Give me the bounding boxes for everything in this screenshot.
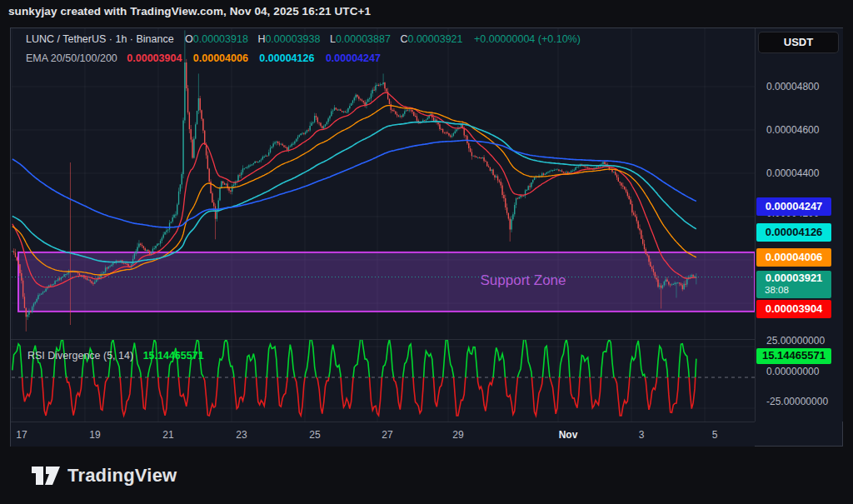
axis-tick-label: 0.00004800 [766, 81, 819, 92]
ema-indicator-label: EMA 20/50/100/200 [26, 52, 117, 64]
price-axis-value-label: 15.14465571 [756, 348, 831, 364]
chart-frame: Support Zone LUNC / TetherUS · 1h · Bina… [10, 27, 843, 447]
price-pane[interactable]: Support Zone [12, 28, 755, 339]
brand-name: TradingView [67, 465, 177, 487]
axis-tick-label: 25.00000000 [766, 335, 825, 347]
footer-branding: TradingView [32, 463, 177, 488]
axis-tick-label: 0.00000000 [766, 366, 819, 377]
time-axis[interactable]: 17192123252729Nov35 [11, 422, 755, 447]
price-axis-value-label: 0.00004126 [756, 223, 831, 242]
price-axis[interactable]: USDT 0.000048000.000046000.000044000.000… [755, 28, 843, 422]
open-value: 0.00003918 [193, 33, 248, 45]
axis-tick-label: 0.00004400 [766, 167, 819, 179]
support-zone[interactable] [18, 252, 755, 312]
time-axis-tick: Nov [559, 429, 578, 441]
high-value: 0.00003938 [265, 33, 320, 45]
ema200-value: 0.00004247 [326, 52, 381, 64]
time-axis-tick: 25 [309, 429, 320, 441]
ema-row[interactable]: EMA 20/50/100/200 0.00003904 0.00004006 … [26, 53, 581, 64]
pane-divider[interactable] [11, 339, 755, 340]
low-value: 0.00003887 [336, 33, 391, 45]
symbol-legend[interactable]: LUNC / TetherUS · 1h · Binance O0.000039… [26, 34, 581, 72]
watermark-attribution: sunkyjay created with TradingView.com, N… [8, 5, 371, 17]
time-axis-tick: 29 [452, 429, 463, 441]
currency-toggle-button[interactable]: USDT [758, 32, 839, 53]
rsi-line-down [22, 377, 696, 416]
ema50-value: 0.00004006 [193, 52, 248, 64]
rsi-indicator-title: RSI Divergence (5, 14) [27, 350, 133, 362]
time-axis-tick: 5 [712, 429, 718, 441]
ema100-line [12, 122, 696, 262]
change-value: +0.00000004 (+0.10%) [474, 33, 581, 45]
price-axis-value-label: 0.0000392138:08 [756, 271, 831, 298]
axis-tick-label: 0.00004600 [766, 124, 819, 136]
symbol-title[interactable]: LUNC / TetherUS · 1h · Binance [26, 33, 174, 45]
ema20-value: 0.00003904 [127, 52, 182, 64]
open-label: O [185, 33, 193, 45]
time-axis-tick: 19 [89, 429, 100, 441]
time-axis-tick: 21 [162, 429, 173, 441]
low-label: L [330, 33, 336, 45]
rsi-legend[interactable]: RSI Divergence (5, 14) 15.14465571 [27, 350, 204, 362]
close-value: 0.00003921 [407, 33, 462, 45]
axis-tick-label: -25.00000000 [766, 396, 828, 407]
time-axis-tick: 23 [236, 429, 247, 441]
rsi-current-value: 15.14465571 [143, 350, 204, 362]
price-axis-value-label: 0.00003904 [756, 300, 831, 318]
tradingview-logo-icon [32, 463, 60, 488]
ema50-line [12, 106, 696, 275]
tradingview-chart-screenshot: sunkyjay created with TradingView.com, N… [0, 0, 853, 504]
support-zone-label: Support Zone [480, 272, 566, 288]
price-axis-value-label: 0.00004247 [756, 197, 831, 216]
ema200-line [12, 141, 696, 228]
ohlc-row: LUNC / TetherUS · 1h · Binance O0.000039… [26, 34, 581, 45]
time-axis-tick: 17 [16, 429, 27, 441]
time-axis-tick: 3 [639, 429, 645, 441]
ema100-value: 0.00004126 [259, 52, 314, 64]
price-axis-value-label: 0.00004006 [756, 248, 831, 267]
time-axis-tick: 27 [382, 429, 392, 441]
